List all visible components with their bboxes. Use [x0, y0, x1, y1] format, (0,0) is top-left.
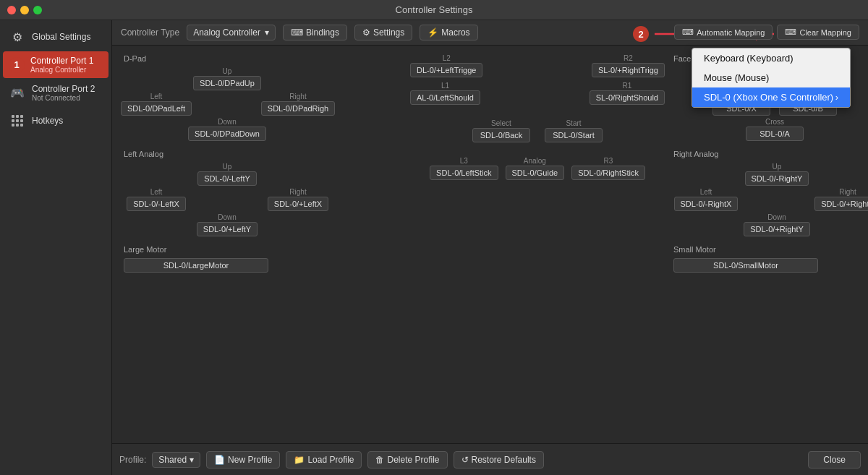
- select-label: Select: [491, 119, 511, 127]
- r1-cell: R1 SL-0/RightShould: [590, 82, 665, 105]
- ranalog-left-label: Left: [700, 188, 712, 196]
- restore-icon: ↺: [461, 455, 469, 465]
- r3-binding[interactable]: SDL-0/RightStick: [571, 166, 645, 180]
- delete-profile-button[interactable]: 🗑 Delete Profile: [367, 451, 447, 468]
- dpad-left-binding[interactable]: SDL-0/DPadLeft: [121, 101, 192, 116]
- lanalog-left-binding[interactable]: SDL-0/-LeftX: [127, 197, 186, 211]
- profile-select[interactable]: Shared ▾: [152, 452, 200, 468]
- analog-binding[interactable]: SDL-0/Guide: [506, 166, 565, 180]
- ranalog-right-binding[interactable]: SDL-0/+RightX: [814, 197, 868, 211]
- delete-profile-label: Delete Profile: [387, 455, 439, 465]
- ranalog-right-label: Right: [839, 188, 856, 196]
- mouse-option: Mouse (Mouse): [704, 72, 769, 83]
- automatic-mapping-label: Automatic Mapping: [697, 28, 765, 37]
- dropdown-mouse[interactable]: Mouse (Mouse): [692, 68, 850, 87]
- automatic-mapping-button[interactable]: ⌨ Automatic Mapping: [674, 25, 773, 40]
- start-cell: Start SDL-0/Start: [545, 119, 603, 142]
- right-analog-section: Right Analog Up SDL-0/-RightY Left SDL-0…: [673, 150, 868, 236]
- large-motor-binding[interactable]: SDL-0/LargeMotor: [124, 258, 268, 273]
- small-motor-binding[interactable]: SDL-0/SmallMotor: [673, 258, 818, 273]
- mapping-icon: ⌨: [682, 27, 694, 37]
- sidebar-item-global[interactable]: ⚙ Global Settings: [3, 24, 109, 50]
- ranalog-up-cell: Up SDL-0/-RightY: [741, 163, 813, 186]
- controller-type-select[interactable]: Analog Controller ▾: [187, 25, 276, 40]
- top-right-area: ⌨ Automatic Mapping ⌨ Clear Mapping Keyb…: [674, 25, 859, 41]
- cross-binding[interactable]: SDL-0/A: [746, 127, 804, 141]
- dpad-down-label: Down: [218, 118, 237, 126]
- bindings-label: Bindings: [306, 27, 339, 38]
- dpad-section: D-Pad Up SDL-0/DPadUp Left: [124, 54, 401, 141]
- select-cell: Select SDL-0/Back: [472, 119, 530, 142]
- lanalog-up-binding[interactable]: SDL-0/-LeftY: [197, 171, 257, 186]
- macros-tab[interactable]: ⚡ Macros: [420, 25, 477, 40]
- r2-cell: R2 SL-0/+RightTrigg: [592, 54, 665, 77]
- right-analog-title: Right Analog: [673, 150, 868, 158]
- dropdown-keyboard[interactable]: Keyboard (Keyboard): [692, 48, 850, 68]
- macros-label: Macros: [441, 27, 469, 38]
- lanalog-left-label: Left: [150, 188, 163, 196]
- dpad-up-binding[interactable]: SDL-0/DPadUp: [193, 76, 261, 90]
- keyboard-option: Keyboard (Keyboard): [704, 53, 793, 64]
- settings-tab[interactable]: ⚙ Settings: [354, 25, 412, 40]
- sidebar-label-port2: Controller Port 2: [32, 84, 95, 94]
- dropdown-sdl[interactable]: SDL-0 (Xbox One S Controller) ›: [692, 87, 850, 107]
- r2-binding[interactable]: SL-0/+RightTrigg: [592, 63, 665, 77]
- lanalog-right-cell: Right SDL-0/+LeftX: [265, 188, 331, 211]
- l2-binding[interactable]: DL-0/+LeftTrigge: [410, 63, 482, 77]
- ranalog-down-cell: Down SDL-0/+RightY: [741, 213, 813, 236]
- port1-badge: 1: [9, 57, 25, 73]
- l3-cell: L3 SDL-0/LeftStick: [430, 157, 498, 180]
- dpad-down-cell: Down SDL-0/DPadDown: [191, 118, 263, 141]
- lanalog-up-cell: Up SDL-0/-LeftY: [191, 163, 263, 186]
- dpad-right-binding[interactable]: SDL-0/DPadRigh: [261, 101, 335, 116]
- window-title: Controller Settings: [396, 4, 473, 15]
- clear-mapping-button[interactable]: ⌨ Clear Mapping: [777, 25, 859, 40]
- close-button[interactable]: Close: [808, 451, 861, 468]
- load-icon: 📁: [294, 455, 305, 465]
- dpad-down-binding[interactable]: SDL-0/DPadDown: [188, 127, 266, 141]
- ranalog-down-binding[interactable]: SDL-0/+RightY: [744, 222, 810, 236]
- l1-label: L1: [441, 82, 449, 90]
- sidebar-sub-port2: Not Connected: [32, 94, 95, 102]
- bindings-tab[interactable]: ⌨ Bindings: [283, 25, 347, 40]
- ranalog-up-label: Up: [773, 163, 782, 171]
- small-motor-title: Small Motor: [673, 245, 868, 254]
- window-controls[interactable]: [7, 6, 42, 14]
- sidebar-item-port2[interactable]: 🎮 Controller Port 2 Not Connected: [3, 80, 109, 106]
- lanalog-right-binding[interactable]: SDL-0/+LeftX: [268, 197, 328, 211]
- r2-label: R2: [624, 54, 633, 62]
- macros-icon: ⚡: [427, 27, 438, 38]
- close-label: Close: [823, 455, 846, 465]
- maximize-button[interactable]: [33, 6, 42, 14]
- ranalog-right-cell: Right SDL-0/+RightX: [815, 188, 868, 211]
- load-profile-button[interactable]: 📁 Load Profile: [286, 451, 362, 468]
- ranalog-up-binding[interactable]: SDL-0/-RightY: [745, 171, 809, 186]
- start-binding[interactable]: SDL-0/Start: [545, 128, 603, 142]
- restore-defaults-button[interactable]: ↺ Restore Defaults: [454, 451, 544, 468]
- settings-label: Settings: [373, 27, 404, 38]
- bindings-icon: ⌨: [291, 27, 303, 38]
- l1-binding[interactable]: AL-0/LeftShould: [410, 90, 480, 105]
- controller-type-value: Analog Controller: [193, 27, 260, 38]
- ranalog-left-binding[interactable]: SDL-0/-RightX: [674, 197, 739, 211]
- settings-icon: ⚙: [362, 27, 370, 38]
- lanalog-down-binding[interactable]: SDL-0/+LeftY: [197, 222, 258, 236]
- ranalog-left-cell: Left SDL-0/-RightX: [673, 188, 739, 211]
- close-window-button[interactable]: [7, 6, 16, 14]
- new-profile-button[interactable]: 📄 New Profile: [206, 451, 280, 468]
- l3-label: L3: [460, 157, 468, 165]
- cross-cell: Cross SDL-0/A: [673, 118, 868, 141]
- r1-binding[interactable]: SL-0/RightShould: [590, 90, 665, 105]
- select-binding[interactable]: SDL-0/Back: [472, 128, 530, 142]
- small-motor-section: Small Motor SDL-0/SmallMotor: [673, 245, 868, 273]
- sidebar-item-port1[interactable]: 1 Controller Port 1 Analog Controller: [3, 51, 109, 78]
- dpad-up-label: Up: [223, 67, 232, 75]
- minimize-button[interactable]: [20, 6, 29, 14]
- center-panel: L2 DL-0/+LeftTrigge R2 SL-0/+RightTrigg: [407, 48, 668, 440]
- device-dropdown[interactable]: Keyboard (Keyboard) Mouse (Mouse) SDL-0 …: [692, 48, 851, 108]
- sidebar-item-hotkeys[interactable]: Hotkeys: [3, 108, 109, 134]
- dpad-right-label: Right: [289, 93, 306, 100]
- l3-binding[interactable]: SDL-0/LeftStick: [430, 166, 498, 180]
- start-label: Start: [566, 119, 581, 127]
- sdl-option: SDL-0 (Xbox One S Controller): [704, 92, 833, 103]
